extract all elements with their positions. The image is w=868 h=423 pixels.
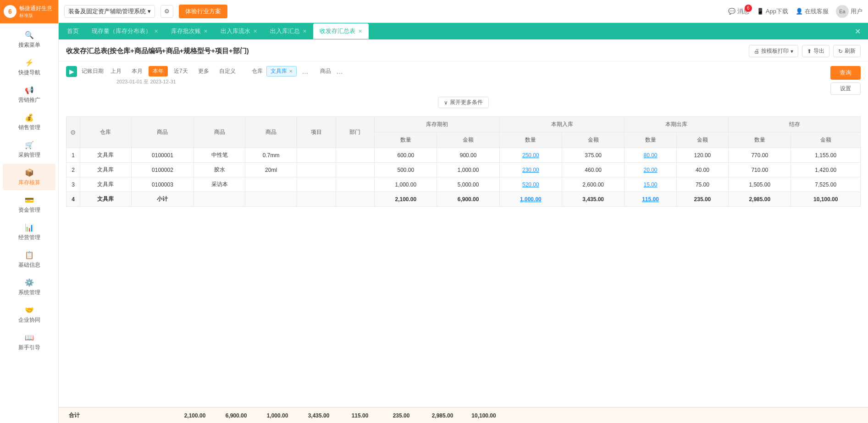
tab-close-icon[interactable]: ✕ (154, 28, 158, 34)
sidebar-item-label: 营销推广 (18, 96, 40, 104)
row-in-qty: 1,000.00 (499, 192, 562, 207)
sidebar-icon: 🔍 (25, 31, 34, 39)
row-out-qty: 80.00 (625, 148, 676, 163)
goods-more-dots[interactable]: ... (337, 67, 343, 76)
sidebar-item-企业协同[interactable]: 🤝企业协同 (3, 301, 55, 328)
date-last-month[interactable]: 上月 (106, 66, 126, 77)
date-range-text: 2023-01-01 至 2023-12-31 (116, 78, 176, 85)
date-more[interactable]: 更多 (194, 66, 213, 77)
out-qty-link[interactable]: 115.00 (642, 196, 659, 203)
tab-home[interactable]: 首页 (61, 23, 85, 39)
row-init-qty: 2,100.00 (375, 192, 437, 207)
date-this-year[interactable]: 本年 (149, 66, 168, 77)
sidebar-item-label: 资金管理 (18, 206, 40, 214)
gear-button[interactable]: ⚙ (160, 5, 173, 18)
header-actions: 💬 消息 6 📱 App下载 👤 在线客服 Ea 用户 (728, 5, 862, 18)
in-qty-link[interactable]: 520.00 (522, 181, 539, 188)
sidebar-item-销售管理[interactable]: 💰销售管理 (3, 109, 55, 135)
init-amt-header: 金额 (437, 132, 499, 148)
tab-stock-summary[interactable]: 收发存汇总表 ✕ (313, 23, 369, 39)
tab-close-icon[interactable]: ✕ (253, 28, 257, 34)
table-body: 1 文具库 0100001 中性笔 0.7mm 600.00 900.00 25… (66, 148, 861, 207)
main-table: ⚙ 仓库 商品 商品 商品 项目 部门 库存期初 本期入库 本期出库 结存 (66, 116, 861, 207)
out-qty-link[interactable]: 20.00 (643, 167, 657, 173)
warehouse-more-dots[interactable]: ... (302, 67, 308, 76)
warehouse-filter-label: 仓库 (252, 67, 263, 75)
row-code: 0100002 (131, 163, 194, 177)
tab-close-icon[interactable]: ✕ (358, 28, 362, 34)
warehouse-tag-close[interactable]: ✕ (289, 69, 293, 74)
row-spec: 0.7mm (245, 148, 297, 163)
message-action[interactable]: 💬 消息 6 (728, 7, 749, 16)
refresh-button[interactable]: ↻ 刷新 (833, 45, 861, 57)
sidebar-item-快捷导航[interactable]: ⚡快捷导航 (3, 54, 55, 80)
tab-close-icon[interactable]: ✕ (204, 28, 208, 34)
row-in-amt: 2,600.00 (562, 177, 625, 192)
row-spec: 20ml (245, 163, 297, 177)
filter-expand-button[interactable]: ▶ (66, 66, 77, 77)
sidebar-item-label: 快捷导航 (18, 69, 40, 77)
sidebar-item-搜索菜单[interactable]: 🔍搜索菜单 (3, 26, 55, 53)
online-service-action[interactable]: 👤 在线客服 (796, 7, 829, 16)
sidebar-item-经营管理[interactable]: 📊经营管理 (3, 219, 55, 245)
sidebar-item-基础信息[interactable]: 📋基础信息 (3, 246, 55, 273)
row-project (297, 163, 336, 177)
sidebar-icon: 💳 (25, 196, 34, 204)
main-area: 装备及固定资产辅助管理系统 ▾ ⚙ 体验行业方案 💬 消息 6 📱 App下载 … (59, 0, 868, 423)
user-action[interactable]: Ea 用户 (836, 5, 862, 18)
message-badge: 6 (745, 5, 752, 12)
column-settings-icon[interactable]: ⚙ (70, 129, 76, 136)
app-download-label: App下载 (766, 7, 788, 16)
print-button[interactable]: 🖨 按模板打印 ▾ (749, 45, 798, 57)
sidebar-item-库存核算[interactable]: 📦库存核算 (3, 164, 55, 190)
tab-batch[interactable]: 库存批次账 ✕ (165, 23, 214, 39)
row-spec (245, 192, 297, 207)
table-header-row1: ⚙ 仓库 商品 商品 商品 项目 部门 库存期初 本期入库 本期出库 结存 (66, 117, 861, 132)
sidebar-item-系统管理[interactable]: ⚙️系统管理 (3, 274, 55, 300)
trial-button[interactable]: 体验行业方案 (179, 5, 227, 18)
filter-settings-button[interactable]: 设置 (830, 82, 861, 95)
date-7days[interactable]: 近7天 (170, 66, 192, 77)
tab-inventory-dist[interactable]: 现存量（库存分布表） ✕ (85, 23, 165, 39)
sidebar-icon: 📦 (25, 168, 34, 177)
name-col-header: 商品 (194, 117, 245, 148)
out-qty-link[interactable]: 80.00 (643, 152, 657, 159)
in-qty-link[interactable]: 250.00 (522, 152, 539, 159)
bal-amt-header: 金额 (791, 132, 861, 148)
date-range-row: 2023-01-01 至 2023-12-31 (82, 78, 826, 85)
sidebar-icon: 📖 (25, 333, 34, 342)
sidebar-item-label: 搜索菜单 (18, 41, 40, 49)
message-icon: 💬 (728, 8, 735, 15)
tab-close-icon[interactable]: ✕ (303, 28, 307, 34)
in-qty-link[interactable]: 230.00 (522, 167, 539, 173)
sidebar-item-新手引导[interactable]: 📖新手引导 (3, 329, 55, 355)
date-custom[interactable]: 自定义 (215, 66, 240, 77)
app-download-action[interactable]: 📱 App下载 (757, 7, 788, 16)
sidebar-item-营销推广[interactable]: 📢营销推广 (3, 81, 55, 108)
print-label: 按模板打印 (761, 47, 789, 55)
tab-flow[interactable]: 出入库流水 ✕ (214, 23, 264, 39)
system-selector[interactable]: 装备及固定资产辅助管理系统 ▾ (64, 5, 155, 18)
sidebar-item-label: 销售管理 (18, 124, 40, 132)
query-button[interactable]: 查询 (830, 66, 861, 80)
date-this-month[interactable]: 本月 (127, 66, 147, 77)
tab-bar-close-button[interactable]: ✕ (849, 27, 866, 36)
row-name: 采访本 (194, 177, 245, 192)
warehouse-filter-section: 仓库 文具库 ✕ ... (252, 66, 308, 77)
system-name: 装备及固定资产辅助管理系统 (68, 7, 146, 16)
sidebar-item-采购管理[interactable]: 🛒采购管理 (3, 136, 55, 163)
sidebar-item-资金管理[interactable]: 💳资金管理 (3, 191, 55, 218)
row-dept (336, 163, 374, 177)
row-in-qty: 520.00 (499, 177, 562, 192)
footer-out-qty: 115.00 (339, 412, 381, 419)
expand-more-row: ∨ 展开更多条件 (59, 95, 868, 113)
chevron-down-icon: ▾ (148, 8, 151, 15)
in-qty-link[interactable]: 1,000.00 (520, 196, 542, 203)
row-num: 4 (66, 192, 80, 207)
row-out-amt: 120.00 (676, 148, 728, 163)
expand-more-button[interactable]: ∨ 展开更多条件 (438, 97, 489, 108)
in-qty-header: 数量 (499, 132, 562, 148)
out-qty-link[interactable]: 15.00 (643, 181, 657, 188)
export-button[interactable]: ⬆ 导出 (802, 45, 829, 57)
tab-summary[interactable]: 出入库汇总 ✕ (264, 23, 313, 39)
